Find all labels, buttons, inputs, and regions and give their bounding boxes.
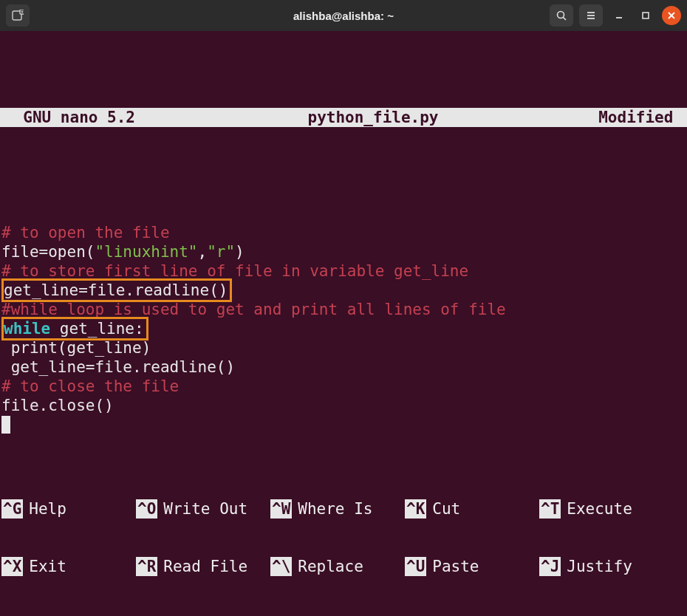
nano-filename: python_file.py <box>189 108 557 127</box>
close-button[interactable] <box>662 6 681 25</box>
code-line: get_line: <box>50 320 143 338</box>
hint-label: Help <box>29 499 66 519</box>
code-line: ) <box>235 243 245 261</box>
maximize-icon <box>640 10 651 21</box>
hint-key: ^R <box>136 557 157 576</box>
nano-status: Modified <box>557 108 683 127</box>
hint-justify[interactable]: ^JJustify <box>539 557 674 576</box>
window-title: alishba@alishba: ~ <box>293 10 394 22</box>
hint-label: Where Is <box>298 499 372 519</box>
code-line: file=open( <box>1 243 95 261</box>
code-string: "linuxhint" <box>95 243 197 261</box>
hint-exit[interactable]: ^XExit <box>1 557 136 576</box>
hint-key: ^J <box>539 557 561 576</box>
hint-help[interactable]: ^GHelp <box>1 499 136 519</box>
minimize-icon <box>614 10 624 21</box>
svg-point-4 <box>558 12 564 18</box>
terminal-tab-icon <box>12 10 24 21</box>
hint-label: Replace <box>298 557 363 576</box>
hint-key: ^U <box>405 557 426 576</box>
code-line: , <box>198 243 208 261</box>
hint-cut[interactable]: ^KCut <box>405 499 539 519</box>
code-line: get_line=file.readline() <box>1 358 235 376</box>
highlight-box: get_line=file.readline() <box>1 278 232 302</box>
hint-label: Cut <box>432 499 460 519</box>
svg-line-5 <box>564 18 567 21</box>
hint-key: ^O <box>136 499 157 519</box>
code-line: file.close() <box>1 397 114 414</box>
search-icon <box>556 10 567 21</box>
minimize-button[interactable] <box>609 5 629 26</box>
nano-app-name: GNU nano 5.2 <box>4 108 189 127</box>
hint-label: Execute <box>567 499 632 519</box>
code-line: #while loop is used to get and print all… <box>1 301 506 318</box>
hint-row: ^GHelp ^OWrite Out ^WWhere Is ^KCut ^TEx… <box>1 499 686 519</box>
hint-key: ^X <box>1 557 23 576</box>
hint-key: ^K <box>405 499 426 519</box>
editor-content[interactable]: # to open the file file=open("linuxhint"… <box>0 204 687 454</box>
code-line: get_line=file.readline() <box>4 281 228 299</box>
hint-label: Exit <box>29 557 66 576</box>
menu-button[interactable] <box>579 4 603 27</box>
titlebar-right-group <box>550 4 681 27</box>
hint-readfile[interactable]: ^RRead File <box>136 557 270 576</box>
hint-key: ^\ <box>270 557 292 576</box>
highlight-box: while get_line: <box>1 317 148 340</box>
code-line: # to store first line of file in variabl… <box>1 262 468 280</box>
hamburger-icon <box>585 10 597 21</box>
svg-rect-10 <box>643 13 649 18</box>
hint-key: ^T <box>539 499 561 519</box>
hint-paste[interactable]: ^UPaste <box>405 557 539 576</box>
hint-label: Justify <box>567 557 632 576</box>
code-line: print(get_line) <box>1 339 151 357</box>
terminal-area[interactable]: GNU nano 5.2 python_file.py Modified # t… <box>0 31 687 616</box>
search-button[interactable] <box>550 4 573 27</box>
new-tab-button[interactable] <box>6 4 30 27</box>
code-line: # to close the file <box>1 377 179 395</box>
code-string: "r" <box>207 243 235 261</box>
hint-row: ^XExit ^RRead File ^\Replace ^UPaste ^JJ… <box>1 557 686 576</box>
maximize-button[interactable] <box>635 5 656 26</box>
cursor <box>1 416 10 434</box>
hint-writeout[interactable]: ^OWrite Out <box>136 499 270 519</box>
window-titlebar: alishba@alishba: ~ <box>0 0 687 31</box>
hint-execute[interactable]: ^TExecute <box>539 499 674 519</box>
code-keyword: while <box>4 320 50 338</box>
hint-key: ^W <box>270 499 292 519</box>
close-icon <box>667 11 676 20</box>
hint-label: Read File <box>163 557 247 576</box>
nano-header: GNU nano 5.2 python_file.py Modified <box>0 108 687 127</box>
nano-footer: ^GHelp ^OWrite Out ^WWhere Is ^KCut ^TEx… <box>0 461 687 616</box>
hint-label: Paste <box>432 557 479 576</box>
hint-key: ^G <box>1 499 23 519</box>
code-line: # to open the file <box>1 224 170 242</box>
hint-whereis[interactable]: ^WWhere Is <box>270 499 405 519</box>
hint-label: Write Out <box>163 499 247 519</box>
hint-replace[interactable]: ^\Replace <box>270 557 405 576</box>
